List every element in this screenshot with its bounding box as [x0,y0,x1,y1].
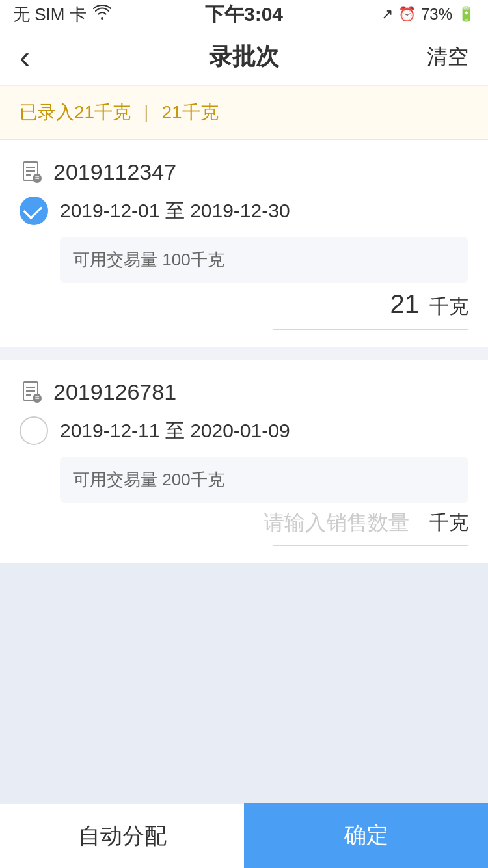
batch1-radio[interactable] [20,197,48,225]
nav-bar: ‹ 录批次 清空 [0,29,488,86]
batch2-available: 可用交易量 200千克 [60,457,468,503]
batch1-amount-unit: 千克 [429,293,468,320]
no-sim-label: 无 SIM 卡 [13,3,87,26]
batch1-divider [273,329,468,330]
batch1-doc-icon: ≡ [20,161,46,184]
batch1-available: 可用交易量 100千克 [60,237,468,283]
batch1-date-row: 2019-12-01 至 2019-12-30 [20,197,468,225]
batch2-divider [273,545,468,546]
battery-icon: 🔋 [457,6,475,23]
alarm-icon: ⏰ [398,6,416,23]
batch2-card: ≡ 2019126781 2019-12-11 至 2020-01-09 可用交… [0,360,488,503]
auto-distribute-button[interactable]: 自动分配 [0,803,244,868]
batch2-doc-icon: ≡ [20,381,46,404]
batch1-amount-area: 21 千克 [0,283,488,347]
summary-divider: | [144,102,148,123]
summary-value: 21千克 [161,100,218,125]
batch2-date-row: 2019-12-11 至 2020-01-09 [20,416,468,445]
batch2-header: ≡ 2019126781 [20,379,468,405]
batch1-card: ≡ 2019112347 2019-12-01 至 2019-12-30 可用交… [0,140,488,283]
battery-level: 73% [421,5,452,23]
summary-recorded: 已录入21千克 [20,100,131,125]
location-icon: ↗ [381,6,393,23]
clear-button[interactable]: 清空 [427,43,468,72]
status-left: 无 SIM 卡 [13,3,111,26]
batch1-header: ≡ 2019112347 [20,159,468,185]
batch2-input-area: 千克 [0,503,488,563]
section-gap-1 [0,347,488,360]
batch2-radio[interactable] [20,416,48,445]
batch2-id: 2019126781 [53,379,176,405]
batch1-date: 2019-12-01 至 2019-12-30 [60,198,290,224]
summary-bar: 已录入21千克 | 21千克 [0,86,488,140]
bottom-buttons: 自动分配 确定 [0,803,488,868]
batch1-amount-line: 21 千克 [390,290,469,320]
back-button[interactable]: ‹ [20,42,30,73]
batch1-id: 2019112347 [53,159,176,185]
batch2-input-unit: 千克 [429,509,468,536]
batch2-qty-input[interactable] [158,511,419,535]
confirm-button[interactable]: 确定 [244,803,488,868]
batch2-date: 2019-12-11 至 2020-01-09 [60,418,290,444]
wifi-icon [93,5,111,23]
nav-title: 录批次 [209,41,279,73]
svg-text:≡: ≡ [34,174,39,183]
status-right: ↗ ⏰ 73% 🔋 [381,5,475,23]
svg-text:≡: ≡ [34,394,39,403]
batch1-amount-value: 21 [390,290,420,319]
batch2-input-line: 千克 [158,509,468,536]
status-time: 下午3:04 [205,1,283,28]
status-bar: 无 SIM 卡 下午3:04 ↗ ⏰ 73% 🔋 [0,0,488,29]
